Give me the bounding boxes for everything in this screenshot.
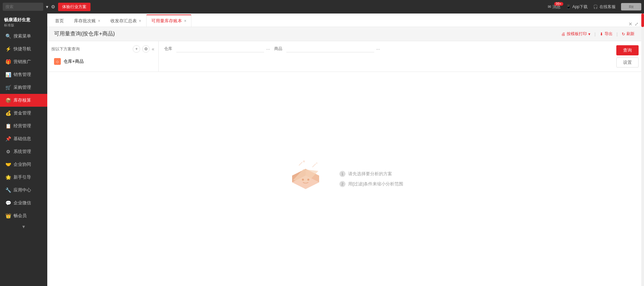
sidebar-item-marketing[interactable]: 🎁 营销推广 (0, 55, 47, 68)
sidebar-item-appcenter-label: 应用中心 (14, 187, 31, 193)
settings-btn[interactable]: 设置 (616, 57, 639, 68)
sidebar-item-member[interactable]: 👑 畅会员 (0, 209, 47, 222)
enterprise-icon: 🤝 (5, 162, 11, 167)
sidebar-scroll-down-btn[interactable]: ▼ (0, 222, 47, 231)
tab-home[interactable]: 首页 (50, 15, 69, 27)
sidebar-item-shortcuts[interactable]: ⚡ 快捷导航 (0, 43, 47, 55)
svg-line-4 (299, 162, 302, 165)
app-download-icon: 📱 (566, 4, 571, 9)
refresh-btn[interactable]: ↻ 刷新 (622, 31, 635, 37)
message-icon: ✉ (548, 4, 551, 9)
separator1: | (594, 31, 595, 36)
scheme-icon: ◇ (54, 58, 61, 65)
tab-bar-close-icon[interactable]: ✕ (628, 21, 633, 27)
product-input[interactable] (286, 45, 374, 52)
topbar-settings-icon[interactable]: ⚙ (51, 4, 55, 9)
export-icon: ⬇ (600, 32, 603, 36)
empty-hint-2-text: 用[过滤]条件来缩小分析范围 (348, 181, 403, 187)
product-more-btn[interactable]: ··· (376, 46, 380, 52)
sidebar-item-purchase[interactable]: 🛒 采购管理 (0, 81, 47, 94)
svg-line-6 (312, 164, 316, 167)
export-btn-label: 导出 (604, 31, 613, 37)
sidebar-item-basics-label: 基础信息 (14, 136, 31, 142)
operations-icon: 📋 (5, 123, 11, 129)
sidebar-item-wechat[interactable]: 💬 企业微信 (0, 197, 47, 209)
sidebar-item-finance[interactable]: 💰 资金管理 (0, 107, 47, 120)
user-name: Rit (629, 5, 633, 9)
purchase-icon: 🛒 (5, 85, 11, 90)
filter-row-warehouse: 仓库 ··· 商品 ··· (164, 45, 608, 52)
sidebar-item-sales-label: 销售管理 (14, 72, 31, 78)
warehouse-more-btn[interactable]: ··· (266, 46, 270, 52)
filter-add-btn[interactable]: + (133, 45, 140, 53)
filter-left-header: 按以下方案查询 + ⚙ « (51, 45, 154, 53)
print-btn-label: 按模板打印 (567, 31, 587, 37)
tab-available-ledger-label: 可用量库存账本 (151, 18, 182, 24)
right-btns: 查询 设置 (614, 41, 641, 72)
scheme-warehouse-product[interactable]: ◇ 仓库+商品 (51, 56, 154, 67)
filter-settings-btn[interactable]: ⚙ (142, 45, 150, 53)
tab-recv-summary-label: 收发存汇总表 (110, 18, 137, 24)
sidebar-item-marketing-label: 营销推广 (14, 59, 31, 65)
tab-available-ledger-close[interactable]: × (184, 19, 186, 23)
wechat-icon: 💬 (5, 200, 11, 206)
sidebar-item-member-label: 畅会员 (14, 213, 27, 219)
sidebar-item-system[interactable]: ⚙ 系统管理 (0, 145, 47, 158)
query-btn[interactable]: 查询 (616, 45, 639, 55)
shortcuts-icon: ⚡ (5, 46, 11, 52)
customer-service-btn[interactable]: 🎧 在线客服 (593, 4, 616, 10)
filter-right: 仓库 ··· 商品 ··· (159, 41, 614, 72)
sidebar-item-newuser[interactable]: 🌟 新手引导 (0, 171, 47, 184)
print-dropdown-icon[interactable]: ▾ (588, 32, 590, 36)
content-area: 首页 库存批次账 × 收发存汇总表 × 可用量库存账本 × ✕ ⤢ (47, 14, 641, 286)
sales-icon: 📊 (5, 72, 11, 77)
sidebar-item-inventory[interactable]: 📦 库存核算 (0, 94, 47, 107)
empty-hint-1: 1 请先选择要分析的方案 (339, 171, 403, 177)
industry-btn[interactable]: 体验行业方案 (58, 3, 91, 11)
customer-service-icon: 🎧 (593, 4, 598, 9)
tab-recv-summary[interactable]: 收发存汇总表 × (105, 15, 146, 27)
tab-bar: 首页 库存批次账 × 收发存汇总表 × 可用量库存账本 × ✕ ⤢ (47, 14, 641, 27)
print-btn[interactable]: 🖨 按模板打印 ▾ (561, 31, 590, 37)
sidebar-item-enterprise[interactable]: 🤝 企业协同 (0, 158, 47, 171)
basics-icon: 📌 (5, 136, 11, 141)
tab-batch-ledger-close[interactable]: × (98, 19, 100, 23)
tab-batch-ledger[interactable]: 库存批次账 × (69, 15, 105, 27)
tab-batch-ledger-label: 库存批次账 (74, 18, 96, 24)
filter-panel: 按以下方案查询 + ⚙ « ◇ 仓库+商品 (47, 41, 641, 72)
empty-hint-2: 2 用[过滤]条件来缩小分析范围 (339, 181, 403, 187)
finance-icon: 💰 (5, 110, 11, 116)
sidebar-item-operations[interactable]: 📋 经营管理 (0, 120, 47, 132)
message-btn[interactable]: ✉ 消息 99+ (548, 4, 561, 10)
sidebar-item-sales[interactable]: 📊 销售管理 (0, 68, 47, 81)
step-2-num: 2 (339, 181, 345, 187)
system-icon: ⚙ (5, 149, 11, 154)
refresh-btn-label: 刷新 (626, 31, 635, 37)
sidebar-item-enterprise-label: 企业协同 (14, 161, 31, 167)
customer-service-label: 在线客服 (599, 4, 616, 10)
sidebar-item-system-label: 系统管理 (14, 149, 31, 155)
tab-bar-expand-icon[interactable]: ⤢ (635, 21, 639, 27)
user-avatar[interactable]: Rit (621, 3, 641, 10)
svg-point-8 (302, 179, 304, 181)
warehouse-input[interactable] (176, 45, 264, 52)
refresh-icon: ↻ (622, 32, 625, 36)
filter-collapse-btn[interactable]: « (152, 46, 154, 52)
filter-left: 按以下方案查询 + ⚙ « ◇ 仓库+商品 (47, 41, 159, 72)
top-search-input[interactable] (3, 3, 43, 11)
tab-available-ledger[interactable]: 可用量库存账本 × (146, 15, 191, 27)
export-btn[interactable]: ⬇ 导出 (600, 31, 613, 37)
print-icon: 🖨 (561, 32, 565, 36)
page-title: 可用量查询(按仓库+商品) (54, 30, 115, 37)
scrollbar-right[interactable] (641, 14, 644, 286)
newuser-icon: 🌟 (5, 175, 11, 180)
svg-point-9 (307, 179, 309, 181)
scrollbar-thumb[interactable] (641, 14, 644, 27)
sidebar-item-basics[interactable]: 📌 基础信息 (0, 132, 47, 145)
sidebar-item-appcenter[interactable]: 🔧 应用中心 (0, 184, 47, 197)
app-download-btn[interactable]: 📱 App下载 (566, 4, 588, 10)
topbar-dropdown-icon[interactable]: ▾ (46, 4, 48, 9)
empty-text: 1 请先选择要分析的方案 2 用[过滤]条件来缩小分析范围 (339, 171, 403, 187)
tab-recv-summary-close[interactable]: × (139, 19, 141, 23)
sidebar-item-search[interactable]: 🔍 搜索菜单 (0, 30, 47, 43)
